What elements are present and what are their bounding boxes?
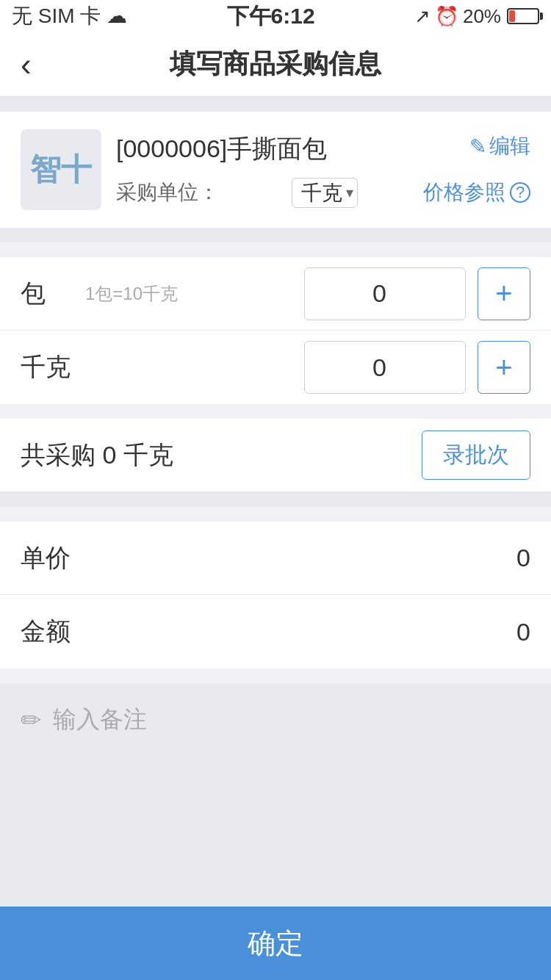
input-section: 包 1包=10千克 + 千克 + xyxy=(0,257,551,404)
confirm-button[interactable]: 确定 xyxy=(0,907,551,980)
product-name: [0000006]手撕面包 xyxy=(116,132,530,166)
kg-input-wrapper: + xyxy=(304,341,530,394)
kg-input[interactable] xyxy=(304,341,466,394)
pack-label: 包 xyxy=(21,277,79,311)
product-info: [0000006]手撕面包 采购单位： 千克 包 价格参照 ? xyxy=(116,132,530,208)
status-right: ↗ ⏰ 20% xyxy=(414,5,539,28)
summary-section: 共采购 0 千克 录批次 xyxy=(0,419,551,492)
product-logo: 智十 xyxy=(30,149,92,190)
battery-icon xyxy=(507,8,539,24)
unit-price-value: 0 xyxy=(516,544,530,572)
unit-price-label: 单价 xyxy=(21,541,516,575)
mid-divider2 xyxy=(0,492,551,507)
note-placeholder: 输入备注 xyxy=(53,704,147,736)
top-divider xyxy=(0,97,551,112)
page-title: 填写商品采购信息 xyxy=(170,46,381,82)
amount-label: 金额 xyxy=(21,615,516,649)
alarm-icon: ⏰ xyxy=(435,5,458,28)
price-ref-label: 价格参照 xyxy=(423,179,505,206)
kg-plus-button[interactable]: + xyxy=(478,341,530,394)
edit-icon: ✎ xyxy=(469,134,486,159)
pack-input-wrapper: + xyxy=(304,267,530,320)
pack-row: 包 1包=10千克 + xyxy=(0,257,551,331)
product-image: 智十 xyxy=(21,129,101,210)
price-ref-link[interactable]: 价格参照 ? xyxy=(423,179,530,206)
pack-input[interactable] xyxy=(304,267,466,320)
note-section[interactable]: ✏ 输入备注 xyxy=(0,683,551,757)
unit-select-wrapper[interactable]: 千克 包 xyxy=(292,178,358,208)
price-section: 单价 0 金额 0 xyxy=(0,522,551,669)
unit-select[interactable]: 千克 包 xyxy=(292,178,358,208)
amount-value: 0 xyxy=(516,618,530,646)
status-left: 无 SIM 卡 ☁ xyxy=(12,2,127,30)
amount-row: 金额 0 xyxy=(0,595,551,669)
edit-link[interactable]: ✎ 编辑 xyxy=(469,132,530,160)
pencil-icon: ✏ xyxy=(21,705,41,735)
unit-price-row: 单价 0 xyxy=(0,522,551,595)
kg-label: 千克 xyxy=(21,350,79,384)
unit-label: 采购单位： xyxy=(116,179,219,206)
sim-status: 无 SIM 卡 ☁ xyxy=(12,2,127,30)
edit-label: 编辑 xyxy=(489,132,530,160)
pack-plus-button[interactable]: + xyxy=(478,267,530,320)
status-time: 下午6:12 xyxy=(227,1,315,32)
battery-percent: 20% xyxy=(463,5,501,28)
back-button[interactable]: ‹ xyxy=(21,48,32,81)
batch-button[interactable]: 录批次 xyxy=(422,430,530,480)
status-bar: 无 SIM 卡 ☁ 下午6:12 ↗ ⏰ 20% xyxy=(0,0,551,32)
mid-divider1 xyxy=(0,228,551,242)
summary-text: 共采购 0 千克 xyxy=(21,439,422,472)
product-card: 智十 [0000006]手撕面包 采购单位： 千克 包 价格参照 ? xyxy=(0,112,551,228)
nav-bar: ‹ 填写商品采购信息 xyxy=(0,32,551,97)
location-icon: ↗ xyxy=(414,5,431,28)
pack-sublabel: 1包=10千克 xyxy=(85,282,178,306)
kg-row: 千克 + xyxy=(0,331,551,404)
price-ref-icon: ? xyxy=(510,182,530,203)
